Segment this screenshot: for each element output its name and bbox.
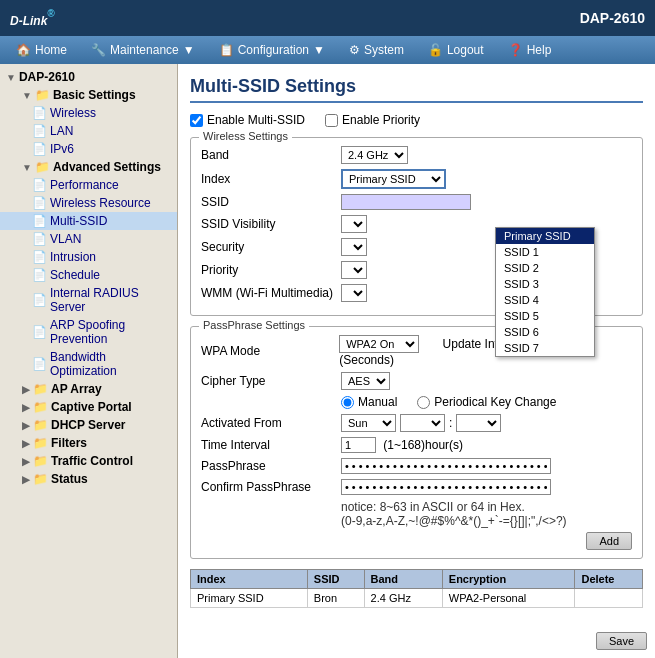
cipher-select[interactable]: AES xyxy=(341,372,390,390)
page-title: Multi-SSID Settings xyxy=(190,76,643,103)
passphrase-section-title: PassPhrase Settings xyxy=(199,319,309,331)
enable-priority-checkbox[interactable] xyxy=(325,114,338,127)
folder-icon-cp: 📁 xyxy=(33,400,48,414)
enable-priority-label[interactable]: Enable Priority xyxy=(325,113,420,127)
index-control: Primary SSID xyxy=(341,169,446,189)
band-select[interactable]: 2.4 GHz 5 GHz xyxy=(341,146,408,164)
index-select[interactable]: Primary SSID xyxy=(341,169,446,189)
sidebar-item-status[interactable]: ▶ 📁 Status xyxy=(0,470,177,488)
passphrase-settings-section: PassPhrase Settings WPA Mode WPA2 On Upd… xyxy=(190,326,643,559)
nav-system[interactable]: ⚙ System xyxy=(337,39,416,61)
activated-from-label: Activated From xyxy=(201,416,341,430)
sidebar-item-wireless-resource[interactable]: 📄 Wireless Resource xyxy=(0,194,177,212)
dropdown-item-ssid6[interactable]: SSID 6 xyxy=(496,324,594,340)
sidebar-item-lan[interactable]: 📄 LAN xyxy=(0,122,177,140)
sidebar-item-ipv6[interactable]: 📄 IPv6 xyxy=(0,140,177,158)
sidebar-item-ap-array[interactable]: ▶ 📁 AP Array xyxy=(0,380,177,398)
folder-icon-st: 📁 xyxy=(33,472,48,486)
priority-select[interactable] xyxy=(341,261,367,279)
col-encryption: Encryption xyxy=(442,570,575,589)
enable-multi-ssid-label[interactable]: Enable Multi-SSID xyxy=(190,113,305,127)
confirm-passphrase-label: Confirm PassPhrase xyxy=(201,480,341,494)
security-select[interactable] xyxy=(341,238,367,256)
dropdown-item-ssid2[interactable]: SSID 2 xyxy=(496,260,594,276)
ssid-visibility-control xyxy=(341,215,367,233)
folder-icon-adv: 📁 xyxy=(35,160,50,174)
page-icon-wireless: 📄 xyxy=(32,106,47,120)
sidebar-item-advanced-settings[interactable]: ▼ 📁 Advanced Settings xyxy=(0,158,177,176)
nav-maintenance[interactable]: 🔧 Maintenance ▼ xyxy=(79,39,207,61)
logo: D-Link® xyxy=(10,7,55,30)
key-change-row: Manual Periodical Key Change xyxy=(341,395,632,409)
sidebar-item-schedule[interactable]: 📄 Schedule xyxy=(0,266,177,284)
periodical-radio[interactable] xyxy=(417,396,430,409)
periodical-radio-label[interactable]: Periodical Key Change xyxy=(417,395,556,409)
sidebar-item-internal-radius[interactable]: 📄 Internal RADIUS Server xyxy=(0,284,177,316)
ssid-label: SSID xyxy=(201,195,341,209)
hour-select[interactable] xyxy=(400,414,445,432)
cell-encryption: WPA2-Personal xyxy=(442,589,575,608)
save-button[interactable]: Save xyxy=(596,632,647,650)
folder-icon-tc: 📁 xyxy=(33,454,48,468)
page-icon-arp: 📄 xyxy=(32,325,47,339)
enable-multi-ssid-checkbox[interactable] xyxy=(190,114,203,127)
sidebar-item-bandwidth[interactable]: 📄 Bandwidth Optimization xyxy=(0,348,177,380)
sidebar-item-filters[interactable]: ▶ 📁 Filters xyxy=(0,434,177,452)
time-interval-control: (1~168)hour(s) xyxy=(341,437,463,453)
passphrase-control xyxy=(341,458,551,474)
manual-radio[interactable] xyxy=(341,396,354,409)
ssid-visibility-select[interactable] xyxy=(341,215,367,233)
col-delete: Delete xyxy=(575,570,643,589)
dropdown-item-ssid4[interactable]: SSID 4 xyxy=(496,292,594,308)
navbar: 🏠 Home 🔧 Maintenance ▼ 📋 Configuration ▼… xyxy=(0,36,655,64)
day-select[interactable]: Sun MonTueWedThuFriSat xyxy=(341,414,396,432)
chevron-down-icon-2: ▼ xyxy=(313,43,325,57)
wmm-label: WMM (Wi-Fi Multimedia) xyxy=(201,286,341,300)
band-label: Band xyxy=(201,148,341,162)
page-icon-ms: 📄 xyxy=(32,214,47,228)
dropdown-item-primary[interactable]: Primary SSID xyxy=(496,228,594,244)
wmm-control xyxy=(341,284,367,302)
passphrase-input[interactable] xyxy=(341,458,551,474)
cipher-row: Cipher Type AES xyxy=(201,372,632,390)
sidebar-item-captive-portal[interactable]: ▶ 📁 Captive Portal xyxy=(0,398,177,416)
page-icon-vlan: 📄 xyxy=(32,232,47,246)
sidebar-item-intrusion[interactable]: 📄 Intrusion xyxy=(0,248,177,266)
sidebar-item-wireless[interactable]: 📄 Wireless xyxy=(0,104,177,122)
dropdown-item-ssid7[interactable]: SSID 7 xyxy=(496,340,594,356)
sidebar-item-performance[interactable]: 📄 Performance xyxy=(0,176,177,194)
confirm-passphrase-input[interactable] xyxy=(341,479,551,495)
sidebar-item-traffic[interactable]: ▶ 📁 Traffic Control xyxy=(0,452,177,470)
ssid-input[interactable] xyxy=(341,194,471,210)
wpa-mode-select[interactable]: WPA2 On xyxy=(339,335,419,353)
sidebar-item-dap[interactable]: ▼ DAP-2610 xyxy=(0,68,177,86)
dropdown-item-ssid1[interactable]: SSID 1 xyxy=(496,244,594,260)
wmm-select[interactable] xyxy=(341,284,367,302)
nav-help[interactable]: ❓ Help xyxy=(496,39,564,61)
time-interval-input[interactable] xyxy=(341,437,376,453)
sidebar-item-multi-ssid[interactable]: 📄 Multi-SSID xyxy=(0,212,177,230)
min-select[interactable] xyxy=(456,414,501,432)
sidebar-item-vlan[interactable]: 📄 VLAN xyxy=(0,230,177,248)
index-dropdown[interactable]: Primary SSID SSID 1 SSID 2 SSID 3 SSID 4… xyxy=(495,227,595,357)
sidebar: ▼ DAP-2610 ▼ 📁 Basic Settings 📄 Wireless… xyxy=(0,64,178,658)
expand-icon-adv: ▼ xyxy=(22,162,32,173)
sidebar-item-arp[interactable]: 📄 ARP Spoofing Prevention xyxy=(0,316,177,348)
dropdown-item-ssid3[interactable]: SSID 3 xyxy=(496,276,594,292)
maintenance-icon: 🔧 xyxy=(91,43,106,57)
cipher-label: Cipher Type xyxy=(201,374,341,388)
add-button-row: Add xyxy=(201,532,632,550)
expand-icon-basic: ▼ xyxy=(22,90,32,101)
index-row: Index Primary SSID xyxy=(201,169,632,189)
dropdown-item-ssid5[interactable]: SSID 5 xyxy=(496,308,594,324)
nav-home[interactable]: 🏠 Home xyxy=(4,39,79,61)
sidebar-item-basic-settings[interactable]: ▼ 📁 Basic Settings xyxy=(0,86,177,104)
time-interval-unit: (1~168)hour(s) xyxy=(383,438,463,452)
sidebar-item-dhcp[interactable]: ▶ 📁 DHCP Server xyxy=(0,416,177,434)
nav-logout[interactable]: 🔓 Logout xyxy=(416,39,496,61)
add-button[interactable]: Add xyxy=(586,532,632,550)
band-row: Band 2.4 GHz 5 GHz xyxy=(201,146,632,164)
nav-configuration[interactable]: 📋 Configuration ▼ xyxy=(207,39,337,61)
notice-text: notice: 8~63 in ASCII or 64 in Hex. (0-9… xyxy=(341,500,632,528)
manual-radio-label[interactable]: Manual xyxy=(341,395,397,409)
